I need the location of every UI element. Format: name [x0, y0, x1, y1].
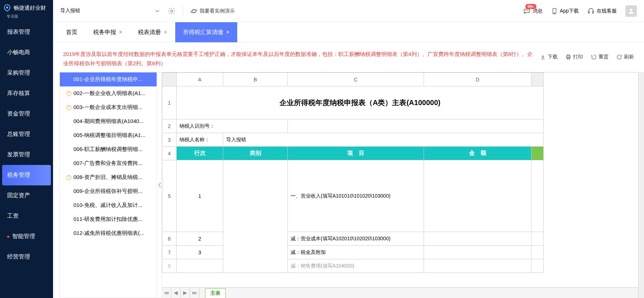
- cell-amount-2[interactable]: [424, 232, 531, 246]
- sheet-nav-next[interactable]: ▶: [181, 287, 190, 298]
- form-item-9[interactable]: 010-免税、减计收入及加计...: [60, 198, 157, 212]
- form-item-6[interactable]: 007-广告费和业务宣传费跨...: [60, 156, 157, 170]
- sheet-corner[interactable]: [162, 73, 177, 86]
- download-button[interactable]: 下载: [540, 54, 558, 60]
- sidebar-item-7[interactable]: 税务管理: [2, 165, 51, 185]
- col-header-extra[interactable]: [531, 73, 544, 86]
- col-header-D[interactable]: D: [424, 73, 531, 86]
- sheet-table[interactable]: A B C D 1 企业所得税年度纳税申报表（A类）主表(A100000): [162, 72, 544, 273]
- sidebar-item-4[interactable]: 资金管理: [0, 104, 53, 124]
- refresh-button[interactable]: 刷新: [616, 54, 634, 60]
- sidebar-item-9[interactable]: 工资: [0, 206, 53, 226]
- sheet-nav-prev[interactable]: ◀: [171, 287, 181, 298]
- row-header-1[interactable]: 1: [162, 86, 177, 119]
- row-header-8[interactable]: 8: [162, 259, 177, 273]
- row-header-3[interactable]: 3: [162, 133, 177, 147]
- form-item-5[interactable]: 006-职工薪酬纳税调整明细...: [60, 142, 157, 156]
- row-header-7[interactable]: 7: [162, 246, 177, 259]
- sidebar-item-11[interactable]: 经营管理: [0, 247, 53, 267]
- form-item-3[interactable]: 004-期间费用明细表(A1040...: [60, 114, 157, 128]
- cell-item-2[interactable]: 减：营业成本(填写A102010\102020\103000): [288, 232, 424, 246]
- tab-2[interactable]: 税表清册×: [130, 22, 175, 42]
- demo-link[interactable]: 我要看实例演示: [190, 8, 235, 15]
- sheet-nav-first[interactable]: ⏮: [162, 287, 171, 298]
- header-category[interactable]: 类别: [223, 147, 288, 160]
- header-amount[interactable]: 金 额: [424, 147, 531, 160]
- online-service-button[interactable]: 在线客服: [587, 8, 617, 15]
- close-icon[interactable]: ×: [164, 29, 167, 36]
- sidebar-item-8[interactable]: 固定资产: [0, 185, 53, 206]
- row-header-2[interactable]: 2: [162, 119, 177, 133]
- form-item-1[interactable]: ?002-一般企业收入明细表(A1...: [60, 86, 157, 100]
- sidebar-item-label: 工资: [7, 212, 19, 220]
- cell-line-3[interactable]: 3: [177, 246, 223, 259]
- form-item-label: 006-职工薪酬纳税调整明细...: [73, 146, 143, 153]
- cell-line-1[interactable]: 1: [177, 160, 223, 232]
- col-header-C[interactable]: C: [288, 73, 424, 86]
- form-item-11[interactable]: 012-减免所得税优惠明细表(...: [60, 226, 157, 240]
- sheet-tab-main[interactable]: 主表: [205, 288, 226, 298]
- cell-item-1[interactable]: 一、营业收入(填写A101010\101020\103000): [288, 160, 424, 232]
- row-header-6[interactable]: 6: [162, 232, 177, 246]
- taxpayer-id-label[interactable]: 纳税人识别号：: [177, 119, 288, 133]
- org-dropdown[interactable]: 导入报错: [60, 8, 161, 14]
- cell-line-4[interactable]: [177, 259, 223, 273]
- cell-extra-3[interactable]: [531, 246, 544, 259]
- tab-label: 所得税汇算清缴: [183, 29, 223, 36]
- form-item-2[interactable]: ?003-一般企业成本支出明细...: [60, 100, 157, 114]
- cell-item-4[interactable]: 减：销售费用(填写A104000): [288, 259, 424, 273]
- row-header-5[interactable]: 5: [162, 160, 177, 232]
- cell-line-2[interactable]: 2: [177, 232, 223, 246]
- sheet-nav-last[interactable]: ⏭: [190, 287, 199, 298]
- row-header-4[interactable]: 4: [162, 147, 177, 160]
- taxpayer-name-value[interactable]: 导入报错: [223, 133, 544, 147]
- header-extra[interactable]: [531, 147, 544, 160]
- cell-item-3[interactable]: 减：税金及附加: [288, 246, 424, 259]
- form-item-0[interactable]: 001-企业所得税年度纳税申...: [60, 72, 157, 86]
- taxpayer-name-label[interactable]: 纳税人名称：: [177, 133, 223, 147]
- sidebar-item-6[interactable]: 发票管理: [0, 145, 53, 165]
- vertical-scrollbar[interactable]: [638, 72, 644, 298]
- reset-button[interactable]: 重置: [591, 54, 609, 60]
- taxpayer-id-value[interactable]: [288, 119, 544, 133]
- sheet-title[interactable]: 企业所得税年度纳税申报表（A类）主表(A100000): [177, 86, 544, 119]
- cell-extra-1[interactable]: [531, 160, 544, 232]
- cell-extra-4[interactable]: [531, 259, 544, 273]
- collapse-handle[interactable]: [157, 72, 162, 298]
- form-item-8[interactable]: 009-企业所得税弥补亏损明...: [60, 184, 157, 198]
- tab-3[interactable]: 所得税汇算清缴×: [175, 22, 237, 42]
- cell-category-merged[interactable]: [223, 160, 288, 273]
- cell-amount-4[interactable]: [424, 259, 531, 273]
- notification-dot: [7, 236, 9, 238]
- col-header-A[interactable]: A: [177, 73, 223, 86]
- col-header-B[interactable]: B: [223, 73, 288, 86]
- form-item-4[interactable]: 005-纳税调整项目明细表(A1...: [60, 128, 157, 142]
- sidebar-item-label: 库存核算: [7, 90, 30, 97]
- sidebar-item-3[interactable]: 库存核算: [0, 83, 53, 104]
- form-item-10[interactable]: 011-研发费用加计扣除优惠...: [60, 212, 157, 226]
- app-download-button[interactable]: App下载: [551, 8, 579, 15]
- form-item-7[interactable]: ?008-资产折旧、摊销及纳税...: [60, 170, 157, 184]
- avatar[interactable]: [625, 5, 637, 17]
- sidebar-item-0[interactable]: 报表管理: [0, 22, 53, 42]
- form-item-label: 008-资产折旧、摊销及纳税...: [73, 174, 143, 181]
- sidebar-item-5[interactable]: 总账管理: [0, 124, 53, 145]
- sidebar-item-1[interactable]: 小畅电商: [0, 42, 53, 63]
- message-badge: 99+: [525, 4, 536, 9]
- header-line[interactable]: 行次: [177, 147, 223, 160]
- header-item[interactable]: 项 目: [288, 147, 424, 160]
- sidebar: 畅捷通好业财 专业版 报表管理小畅电商采购管理库存核算资金管理总账管理发票管理税…: [0, 0, 53, 298]
- print-button[interactable]: 打印: [566, 54, 583, 60]
- gear-icon[interactable]: [168, 7, 176, 15]
- cell-amount-1[interactable]: [424, 160, 531, 232]
- message-button[interactable]: 99+ 消息: [523, 8, 543, 15]
- tab-1[interactable]: 税务申报×: [85, 22, 130, 42]
- sidebar-item-10[interactable]: 智能管理: [0, 226, 53, 247]
- cell-amount-3[interactable]: [424, 246, 531, 259]
- close-icon[interactable]: ×: [119, 29, 122, 36]
- sidebar-item-2[interactable]: 采购管理: [0, 63, 53, 83]
- tab-0[interactable]: 首页: [58, 22, 85, 42]
- close-icon[interactable]: ×: [226, 29, 229, 36]
- cell-extra-2[interactable]: [531, 232, 544, 246]
- sidebar-item-label: 资金管理: [7, 110, 30, 118]
